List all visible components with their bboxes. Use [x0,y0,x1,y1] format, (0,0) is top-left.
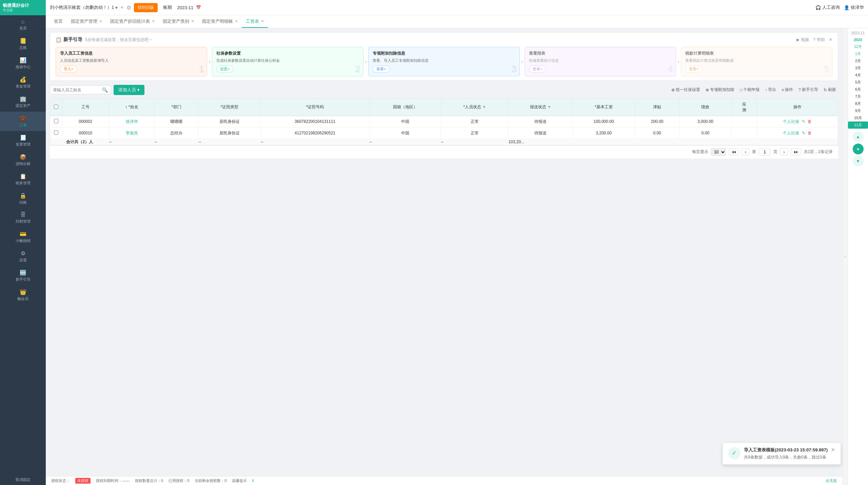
guide-step-4-num: 4 [668,64,673,75]
guide-video-link[interactable]: ▶ 视频 [796,37,809,43]
tab-fixed-detail-close[interactable]: ✕ [235,19,238,23]
date-month-4月[interactable]: 4月 [848,72,868,79]
td-nationality-1: 中国 [369,127,441,139]
date-panel-toggle[interactable]: ‹ [842,28,848,485]
date-month-5月[interactable]: 5月 [848,79,868,86]
guide-step-3-btn[interactable]: 查看> [373,66,390,73]
guide-step-5: 税款计算明细表 查看税款计算过程及明细数据 查看> 5 [681,47,832,76]
cancel-fixed-btn[interactable]: 取消固定 [0,474,46,485]
sidebar-purchases-icon: 📦 [20,154,26,160]
employee-name-link-0[interactable]: 徐泽华 [126,119,138,124]
toolbar-action-export[interactable]: ↑导出 [763,86,778,94]
delete-icon-0[interactable]: 🗑 [808,119,812,124]
date-month-7月[interactable]: 7月 [848,93,868,100]
delete-icon-1[interactable]: 🗑 [808,131,812,135]
employee-search-input[interactable] [53,88,102,92]
guide-help-link[interactable]: ? 帮助 [813,37,825,43]
date-month-8月[interactable]: 8月 [848,100,868,107]
tab-fixed-detail[interactable]: 固定资产明细账✕ [198,16,242,28]
date-nav-up[interactable]: ▲ [853,131,864,142]
calendar-icon[interactable]: 📅 [196,5,201,10]
tab-home[interactable]: 首页 [50,16,67,28]
edit-icon-0[interactable]: ✎ [802,119,805,124]
last-page-btn[interactable]: ⏭ [791,148,801,155]
current-page-input[interactable] [759,149,771,155]
date-month-9月[interactable]: 9月 [848,107,868,114]
ai-consult-btn[interactable]: 🎧 人工咨询 [815,4,840,11]
add-account-icon[interactable]: + [120,4,123,11]
td-idno-1: 412702198206290521 [261,127,369,139]
tax-report-label: 个税申报 [743,87,760,93]
toolbar-action-operate[interactable]: ≡操作 [780,86,795,94]
user-menu[interactable]: 👤 徐泽华 [844,4,864,11]
per-page-select[interactable]: 10 20 50 [711,148,726,156]
date-month-11月[interactable]: 11月 [848,122,868,129]
tab-salary-close[interactable]: ✕ [261,19,264,23]
guide-step-4-btn[interactable]: 查看> [529,66,546,73]
guide-step-2-btn[interactable]: 设置> [216,66,233,73]
toolbar-action-special-deduction[interactable]: ⊕专项附加扣除 [704,86,736,94]
settings-icon[interactable]: ⚙ [126,4,131,11]
date-month-2月[interactable]: 2月 [848,57,868,64]
guide-step-1-btn[interactable]: 导入> [60,66,77,73]
add-employee-btn[interactable]: 添加人员 ▾ [114,85,144,95]
report-filter-icon[interactable]: ▼ [547,105,551,109]
edit-icon-1[interactable]: ✎ [802,131,805,135]
toolbar-action-new-guide[interactable]: ?新手引导 [796,86,820,94]
sidebar-item-invoices[interactable]: 🧾 发票管理 [0,131,46,150]
sidebar-item-settings[interactable]: ⚙ 设置 [0,247,46,266]
tab-fixed-assets[interactable]: 固定资产管理✕ [67,16,106,28]
account-selector[interactable]: 刘小艳演示账套（勿删勿动！）1 ▾ [50,4,118,11]
sidebar-item-reports[interactable]: 📊 报表中心 [0,54,46,73]
sidebar-item-close[interactable]: 🔒 结账 [0,189,46,208]
sidebar-item-archive[interactable]: 🗄 归档管理 [0,208,46,227]
employee-name-link-1[interactable]: 李俊杰 [126,131,138,135]
prev-page-btn[interactable]: ‹ [742,148,749,155]
date-current[interactable]: ● [853,144,864,154]
row-checkbox-1[interactable] [54,130,58,135]
sidebar-item-ledger[interactable]: 📒 总账 [0,34,46,54]
salary-toolbar: 🔍 添加人员 ▾ ⊕统一社保设置⊕专项附加扣除□个税申报↑导出≡操作?新手引导↻… [50,85,838,95]
sidebar-item-expense[interactable]: 💳 小畅报销 [0,227,46,247]
date-nav-down[interactable]: ▼ [853,156,864,167]
sidebar-item-funds[interactable]: 💰 资金管理 [0,73,46,92]
sidebar-item-fixed-assets[interactable]: 🏢 固定资产 [0,92,46,112]
activate-link[interactable]: 去充值 [826,478,837,483]
toast-close-btn[interactable]: ✕ [831,447,835,452]
guide-step-5-btn[interactable]: 查看> [685,66,702,73]
select-all-checkbox[interactable] [54,105,58,109]
personal-insurance-link-0[interactable]: 个人社保 [783,119,799,124]
sidebar-item-salary[interactable]: 💼 工资 [0,112,46,131]
date-month-1月[interactable]: 1月 [848,50,868,57]
date-month-6月[interactable]: 6月 [848,86,868,93]
tab-fixed-depreciation-close[interactable]: ✕ [152,19,155,23]
sidebar-item-home[interactable]: ⌂ 首页 [0,15,46,34]
personal-insurance-link-1[interactable]: 个人社保 [783,131,799,135]
date-month-10月[interactable]: 10月 [848,114,868,122]
sidebar-item-member[interactable]: 👑 畅会员 [0,285,46,305]
row-checkbox-0[interactable] [54,119,58,123]
status-filter-icon[interactable]: ▼ [482,105,486,109]
toolbar-action-tax-report[interactable]: □个税申报 [738,86,762,94]
date-month-3月[interactable]: 3月 [848,64,868,72]
td-performance-0: 3,000.00 [679,116,732,127]
date-month-12月[interactable]: 12月 [848,43,868,50]
sidebar-item-tax[interactable]: 📋 税务管理 [0,170,46,189]
tab-fixed-category-close[interactable]: ✕ [191,19,194,23]
first-page-btn[interactable]: ⏮ [729,148,739,155]
switch-version-btn[interactable]: 切到旧版 [134,3,158,12]
tab-fixed-category[interactable]: 固定资产类别✕ [159,16,198,28]
toolbar-action-refresh[interactable]: ↻刷新 [822,86,838,94]
sidebar-item-guide[interactable]: 🆕 新手引导 [0,266,46,285]
date-panel-year-2023[interactable]: 2023 [848,36,868,43]
sidebar-item-purchases[interactable]: 📦 进销台账 [0,150,46,170]
account-dropdown-icon[interactable]: ▾ [115,5,118,10]
next-page-btn[interactable]: › [780,148,788,155]
tab-fixed-depreciation[interactable]: 固定资产折旧统计表✕ [106,16,159,28]
guide-close-btn[interactable]: ✕ [829,37,832,42]
toolbar-action-social-insurance[interactable]: ⊕统一社保设置 [669,86,702,94]
tab-salary[interactable]: 工资表✕ [242,16,268,28]
tab-fixed-assets-close[interactable]: ✕ [99,19,102,23]
toast-content: 导入工资表模板(2023-03-23 15:07:59.897) 共9条数据，成… [744,447,828,460]
search-icon[interactable]: 🔍 [102,87,108,93]
